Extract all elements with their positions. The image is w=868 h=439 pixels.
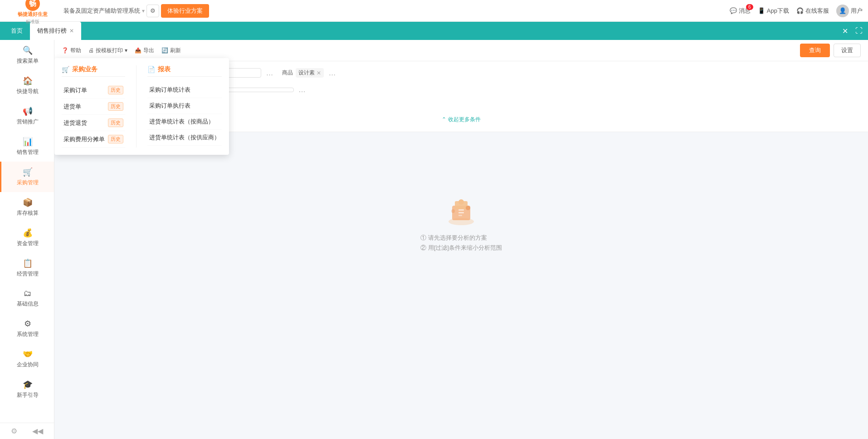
online-service-btn[interactable]: 🎧 在线客服 (796, 7, 829, 15)
message-icon: 💬 (730, 7, 737, 14)
tab-sales-rank-label: 销售排行榜 (37, 27, 67, 35)
sales-icon: 📊 (23, 137, 33, 147)
sidebar-item-basic-info[interactable]: 🗂 基础信息 (0, 283, 54, 313)
sidebar-item-sales[interactable]: 📊 销售管理 (0, 131, 54, 162)
sidebar-item-purchase[interactable]: 🛒 采购管理 (0, 162, 54, 192)
svg-point-3 (458, 199, 464, 205)
sidebar-item-search[interactable]: 🔍 搜索菜单 (0, 40, 54, 70)
action-buttons: 查询 设置 (800, 44, 861, 57)
purchase-fee-label: 采购费用分摊单 (63, 135, 105, 143)
settings-button[interactable]: ⚙ (146, 5, 159, 17)
hist-badge-inbound-return: 历史 (108, 118, 123, 127)
tab-maximize-btn[interactable]: ⛶ (853, 25, 864, 37)
export-icon: 📤 (135, 47, 141, 54)
sidebar-bottom: ⚙ ◀◀ (0, 423, 54, 439)
sidebar-item-basic-info-label: 基础信息 (17, 300, 39, 308)
sidebar-item-newbie[interactable]: 🎓 新手引导 (0, 374, 54, 404)
sidebar-item-sales-label: 销售管理 (17, 148, 39, 156)
empty-hint-2: ② 用[过滤]条件来缩小分析范围 (420, 244, 502, 252)
main-content: 🛒 采购业务 采购订单 历史 进货单 历史 进货退货 历史 采购费用分摊单 (54, 40, 868, 439)
sidebar-collapse-btn[interactable]: ◀◀ (32, 427, 43, 435)
sidebar-item-inventory[interactable]: 📦 库存核算 (0, 192, 54, 222)
sidebar-item-finance-label: 资金管理 (17, 240, 39, 247)
svg-rect-4 (458, 209, 464, 211)
refresh-btn[interactable]: 🔄 刷新 (161, 47, 181, 54)
goods-tag-remove-icon[interactable]: ✕ (317, 70, 321, 76)
print-arrow-icon: ▾ (125, 47, 127, 54)
sidebar-item-marketing-label: 营销推广 (17, 118, 39, 126)
tab-close-icon[interactable]: ✕ (69, 28, 74, 34)
inventory-icon: 📦 (23, 197, 33, 207)
query-btn[interactable]: 查询 (800, 44, 830, 57)
inbound-stats-supplier-label: 进货单统计表（按供应商） (149, 133, 220, 142)
app-download-btn[interactable]: 📱 App下载 (758, 7, 789, 15)
print-btn[interactable]: 🖨 按模板打印 ▾ (88, 47, 127, 54)
search-icon: 🔍 (23, 45, 33, 55)
tab-home-label: 首页 (11, 27, 23, 35)
set-btn[interactable]: 设置 (834, 44, 861, 57)
brand-version: 标准版 (26, 19, 39, 25)
purchase-dropdown-menu: 🛒 采购业务 采购订单 历史 进货单 历史 进货退货 历史 采购费用分摊单 (54, 58, 229, 155)
goods-tag: 设计素 ✕ (296, 68, 324, 78)
sidebar-item-marketing[interactable]: 📢 营销推广 (0, 101, 54, 131)
message-badge: 6 (746, 4, 753, 10)
svg-rect-5 (458, 212, 464, 213)
print-icon: 🖨 (88, 47, 94, 54)
tab-close-window-btn[interactable]: ✕ (840, 25, 850, 37)
nav-tabs: 首页 销售排行榜 ✕ ✕ ⛶ (0, 22, 868, 40)
user-avatar: 👤 (836, 5, 849, 17)
inbound-label: 进货单 (63, 103, 81, 111)
system-arrow-icon[interactable]: ▾ (142, 8, 145, 14)
sidebar-item-system[interactable]: ⚙ 系统管理 (0, 313, 54, 344)
refresh-icon: 🔄 (161, 47, 168, 54)
status-more-dots[interactable]: … (264, 69, 275, 77)
purchase-section: 🛒 采购业务 采购订单 历史 进货单 历史 进货退货 历史 采购费用分摊单 (62, 65, 125, 148)
svg-rect-6 (458, 215, 462, 216)
hist-badge-purchase-order: 历史 (108, 86, 123, 94)
user-btn[interactable]: 👤 用户 (836, 5, 863, 17)
empty-state: ① 请先选择要分析的方案 ② 用[过滤]条件来缩小分析范围 (54, 132, 868, 314)
empty-hint-1: ① 请先选择要分析的方案 (420, 234, 502, 242)
purchase-section-title: 🛒 采购业务 (62, 65, 125, 77)
inbound-return-label: 进货退货 (63, 119, 87, 127)
sidebar-item-operations-label: 经营管理 (17, 270, 39, 278)
sidebar: 🔍 搜索菜单 🏠 快捷导航 📢 营销推广 📊 销售管理 🛒 采购管理 📦 库存核… (0, 40, 54, 439)
sidebar-item-operations[interactable]: 📋 经营管理 (0, 253, 54, 283)
help-btn[interactable]: ❓ 帮助 (62, 47, 81, 54)
dropdown-item-purchase-order[interactable]: 采购订单 历史 (62, 82, 125, 99)
dropdown-item-inbound-return[interactable]: 进货退货 历史 (62, 115, 125, 131)
main-layout: 🔍 搜索菜单 🏠 快捷导航 📢 营销推广 📊 销售管理 🛒 采购管理 📦 库存核… (0, 40, 868, 439)
dropdown-item-inbound-stats-supplier[interactable]: 进货单统计表（按供应商） (147, 130, 222, 146)
goods-label: 商品 (282, 69, 293, 77)
dropdown-item-po-exec[interactable]: 采购订单执行表 (147, 98, 222, 114)
svg-point-7 (466, 206, 470, 210)
filter-goods: 商品 设计素 ✕ … (282, 68, 337, 78)
dropdown-item-inbound[interactable]: 进货单 历史 (62, 99, 125, 115)
sidebar-item-search-label: 搜索菜单 (17, 57, 39, 65)
hist-badge-inbound: 历史 (108, 102, 123, 111)
salesperson-more-dots[interactable]: … (297, 86, 307, 94)
message-btn[interactable]: 💬 6 消息 (730, 7, 751, 15)
sidebar-item-quick-nav-label: 快捷导航 (17, 88, 39, 95)
sidebar-item-quick-nav[interactable]: 🏠 快捷导航 (0, 70, 54, 101)
top-right-area: 💬 6 消息 📱 App下载 🎧 在线客服 👤 用户 (730, 5, 863, 17)
tab-actions: ✕ ⛶ (840, 25, 864, 37)
dropdown-divider (136, 65, 137, 148)
dropdown-item-po-stats[interactable]: 采购订单统计表 (147, 82, 222, 98)
sidebar-item-enterprise[interactable]: 🤝 企业协同 (0, 344, 54, 374)
dropdown-item-inbound-stats-goods[interactable]: 进货单统计表（按商品） (147, 114, 222, 130)
sidebar-gear-btn[interactable]: ⚙ (11, 427, 17, 435)
export-label: 导出 (143, 47, 154, 54)
sidebar-item-finance[interactable]: 💰 资金管理 (0, 222, 54, 253)
purchase-order-label: 采购订单 (63, 86, 87, 94)
avatar-placeholder-icon: 👤 (839, 7, 846, 14)
help-icon: ❓ (62, 47, 68, 54)
sidebar-item-enterprise-label: 企业协同 (17, 361, 39, 369)
system-name-area: 装备及固定资产辅助管理系统 ▾ ⚙ 体验行业方案 (63, 4, 726, 18)
sidebar-item-purchase-label: 采购管理 (17, 179, 39, 187)
goods-more-dots[interactable]: … (327, 69, 337, 77)
logo-area: 畅 畅捷通好生意 标准版 (5, 0, 60, 25)
industry-btn[interactable]: 体验行业方案 (161, 4, 209, 18)
export-btn[interactable]: 📤 导出 (135, 47, 154, 54)
dropdown-item-purchase-fee[interactable]: 采购费用分摊单 历史 (62, 131, 125, 148)
